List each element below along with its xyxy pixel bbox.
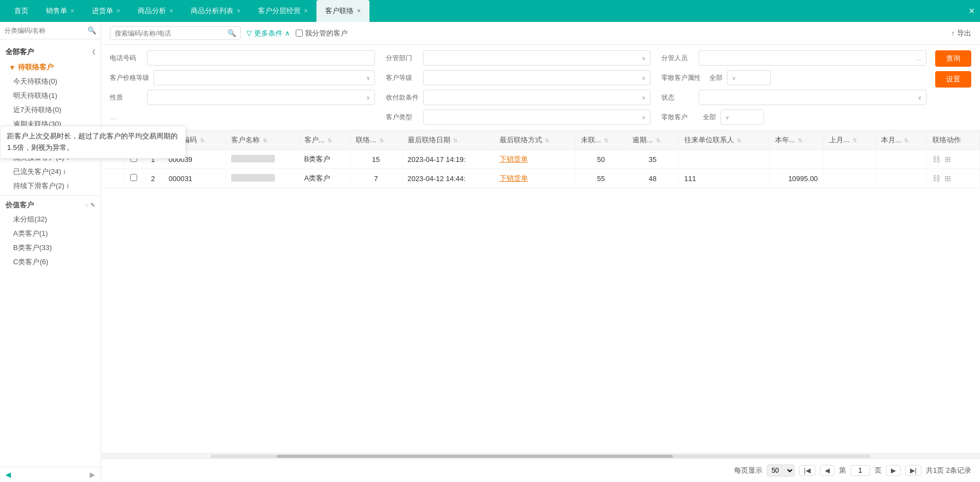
sidebar-item-c-class[interactable]: C类客户(6) [0, 255, 101, 269]
row1-qr-icon[interactable]: ⊞ [944, 155, 951, 164]
all-customers-title[interactable]: 全部客户 《 [0, 44, 101, 60]
filter-customer-level-select[interactable]: ∨ [423, 70, 651, 85]
nav-home-label: 首页 [14, 6, 28, 16]
sort-thisyear-icon[interactable]: ⇅ [798, 137, 802, 143]
filter-retail-customer-select[interactable]: ∨ [720, 109, 764, 125]
close-product-analysis-icon[interactable]: × [169, 7, 173, 15]
sidebar-item-unclassified[interactable]: 未分组(32) [0, 212, 101, 227]
sort-overdue-icon[interactable]: ⇅ [656, 137, 660, 143]
filter-price-level-select[interactable]: ∨ [154, 70, 375, 85]
row1-lastmethod-link[interactable]: 下销货单 [500, 155, 528, 163]
nav-purchase[interactable]: 进货单 × [83, 0, 129, 22]
col-contact-person: 往来单位联系人 ⇅ [678, 131, 769, 150]
sidebar-divider-2 [0, 195, 101, 196]
close-sales-icon[interactable]: × [71, 7, 74, 15]
my-customer-checkbox[interactable] [296, 30, 303, 37]
sort-lastdate-icon[interactable]: ⇅ [453, 137, 457, 143]
sidebar-item-a-class[interactable]: A类客户(1) [0, 227, 101, 241]
sidebar-item-7days[interactable]: 近7天待联络(0) [0, 103, 101, 117]
filter-payment-select[interactable]: ∨ [423, 90, 651, 105]
row1-level: B类客户 [298, 150, 350, 169]
export-button[interactable]: ↑ 导出 [952, 28, 972, 38]
row2-checkbox[interactable] [125, 169, 143, 188]
sort-thismonth-icon[interactable]: ⇅ [904, 137, 908, 143]
filter-status-select[interactable]: ∨ [699, 90, 926, 105]
sort-contact-icon[interactable]: ⇅ [379, 137, 384, 143]
row1-link-icon[interactable]: ⛓ [932, 155, 940, 164]
close-customer-tier-icon[interactable]: × [304, 7, 308, 15]
filter-person-select[interactable]: … [699, 50, 926, 66]
row1-contact: 15 [350, 150, 402, 169]
value-customer-group[interactable]: 价值客户 ○ ✎ [0, 198, 101, 212]
horizontal-scrollbar[interactable] [101, 453, 980, 458]
nav-customer-tier[interactable]: 客户分层经营 × [249, 0, 316, 22]
first-page-button[interactable]: |◀ [799, 465, 815, 476]
close-product-list-icon[interactable]: × [237, 7, 240, 15]
row1-thisyear [769, 150, 823, 169]
value-customer-edit-icons[interactable]: ○ ✎ [85, 202, 95, 209]
sidebar-item-churned[interactable]: 已流失客户(24) ℹ [0, 165, 101, 179]
page-number-input[interactable] [850, 465, 870, 476]
page-size-select[interactable]: 50 10 20 100 [767, 464, 795, 477]
last-page-button[interactable]: ▶| [905, 465, 922, 476]
row2-lastmethod-link[interactable]: 下销货单 [500, 174, 528, 182]
filter-price-level-arrow: ∨ [366, 75, 370, 81]
query-button[interactable]: 查询 [935, 50, 971, 67]
sort-contactperson-icon[interactable]: ⇅ [737, 137, 741, 143]
main-search-icon[interactable]: 🔍 [227, 29, 236, 37]
search-box: 🔍 [110, 26, 241, 40]
filter-phone-input[interactable] [147, 50, 375, 66]
tooltip-box: 距客户上次交易时长，超过了此客户的平均交易周期的1.5倍，则视为异常。 [0, 126, 101, 159]
scrollbar-thumb[interactable] [277, 455, 673, 458]
setting-button[interactable]: 设置 [935, 71, 971, 88]
sidebar-search-icon[interactable]: 🔍 [87, 26, 96, 34]
top-navigation: 首页 销售单 × 进货单 × 商品分析 × 商品分析列表 × 客户分层经营 × … [0, 0, 980, 22]
row1-nocontact: 50 [575, 150, 626, 169]
row2-qr-icon[interactable]: ⊞ [944, 174, 951, 183]
prev-page-button[interactable]: ◀ [820, 465, 835, 476]
export-icon: ↑ [952, 29, 955, 37]
filter-dept-select[interactable]: ∨ [423, 50, 651, 66]
close-window-icon[interactable]: × [969, 5, 975, 17]
row2-link-icon[interactable]: ⛓ [932, 174, 940, 183]
filter-more-btn[interactable]: … [110, 113, 116, 121]
more-filter-button[interactable]: ▽ 更多条件 ∧ [247, 28, 290, 38]
main-search-input[interactable] [115, 30, 227, 37]
sort-name-icon[interactable]: ⇅ [263, 137, 267, 143]
close-purchase-icon[interactable]: × [116, 7, 120, 15]
sidebar-item-today[interactable]: 今天待联络(0) [0, 74, 101, 89]
row1-name-blurred [231, 155, 275, 162]
my-customer-checkbox-label[interactable]: 我分管的客户 [296, 28, 348, 38]
filter-price-level-label: 客户价格等级 [110, 73, 149, 83]
nav-product-list-label: 商品分析列表 [191, 6, 233, 16]
sort-lastmethod-icon[interactable]: ⇅ [545, 137, 549, 143]
filter-phone: 电话号码 [110, 50, 375, 66]
filter-nature-select[interactable]: ∨ [147, 90, 375, 105]
nav-sales[interactable]: 销售单 × [37, 0, 83, 22]
close-customer-contact-icon[interactable]: × [357, 7, 361, 15]
nav-home[interactable]: 首页 [5, 0, 37, 22]
sort-nocontact-icon[interactable]: ⇅ [604, 137, 608, 143]
sort-lastmonth-icon[interactable]: ⇅ [853, 137, 857, 143]
sidebar-search-input[interactable] [4, 27, 87, 34]
filter-person-ellipsis: … [916, 55, 922, 61]
row2-code[interactable]: 000031 [163, 169, 226, 188]
nav-customer-contact[interactable]: 客户联络 × [316, 0, 369, 22]
nav-product-list[interactable]: 商品分析列表 × [182, 0, 249, 22]
pending-contact-group[interactable]: ▼ 待联络客户 [0, 60, 101, 74]
sidebar-item-tomorrow[interactable]: 明天待联络(1) [0, 89, 101, 103]
filter-customer-type-select[interactable]: ∨ [423, 109, 651, 125]
value-customer-label: 价值客户 [5, 200, 34, 210]
sidebar-bottom[interactable]: ◀ ▶ [0, 467, 101, 482]
row2-thisyear: 10995.00 [769, 169, 823, 188]
sort-code-icon[interactable]: ⇅ [200, 137, 204, 143]
next-page-button[interactable]: ▶ [886, 465, 901, 476]
row2-check[interactable] [130, 174, 137, 181]
filter-customer-level: 客户等级 ∨ [386, 70, 651, 85]
sidebar-collapse-icon[interactable]: 《 [89, 48, 95, 56]
nav-product-analysis[interactable]: 商品分析 × [129, 0, 182, 22]
sidebar-item-declining[interactable]: 持续下滑客户(2) ℹ [0, 179, 101, 193]
sidebar-item-b-class[interactable]: B类客户(33) [0, 241, 101, 255]
filter-retail-attr-select[interactable]: ∨ [727, 70, 771, 85]
sort-level-icon[interactable]: ⇅ [327, 137, 332, 143]
